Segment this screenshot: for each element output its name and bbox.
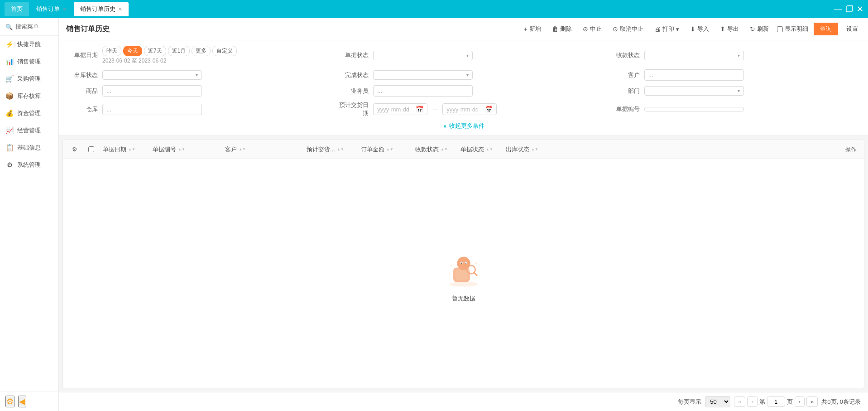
dept-arrow-icon: ▾	[738, 88, 740, 93]
table-select-all[interactable]	[83, 146, 99, 152]
tab-sales-order-history-close[interactable]: ✕	[118, 6, 122, 12]
complete-status-select[interactable]: ▾	[373, 70, 473, 80]
order-status-select[interactable]: ▾	[373, 51, 473, 60]
delivery-date-end[interactable]: yyyy-mm-dd 📅	[442, 103, 497, 115]
payment-status-control: ▾	[644, 51, 861, 60]
print-icon: 🖨	[654, 25, 661, 33]
tab-sales-order-history[interactable]: 销售订单历史 ✕	[74, 2, 129, 16]
tab-sales-order[interactable]: 销售订单 ✕	[30, 2, 73, 16]
next-page-button[interactable]: ›	[795, 396, 805, 407]
date-badge-more[interactable]: 更多	[192, 46, 211, 56]
product-control: ...	[102, 85, 319, 97]
customer-label: 客户	[608, 71, 644, 79]
restore-button[interactable]: ❐	[846, 4, 853, 14]
query-label: 查询	[820, 25, 832, 33]
salesperson-dots: ...	[377, 87, 382, 94]
th-pay-status-sort-icon: ▲▼	[441, 147, 448, 151]
page-title: 销售订单历史	[66, 24, 110, 34]
th-order-status-label: 单据状态	[460, 145, 484, 154]
th-pay-status[interactable]: 收款状态 ▲▼	[412, 145, 457, 154]
date-badge-1month[interactable]: 近1月	[168, 46, 190, 56]
table-settings-button[interactable]: ⚙	[67, 146, 83, 153]
sidebar-item-sys-mgmt[interactable]: ⚙ 系统管理	[0, 156, 58, 174]
th-date-sort-icon: ▲▼	[128, 147, 135, 151]
settings-button[interactable]: 设置	[844, 24, 861, 34]
sidebar-collapse-button[interactable]: ◀	[18, 396, 26, 407]
close-button[interactable]: ✕	[857, 4, 863, 14]
th-amount-label: 订单金额	[361, 145, 384, 154]
date-badge-custom[interactable]: 自定义	[212, 46, 237, 56]
order-num-input[interactable]	[644, 107, 744, 111]
sidebar-settings-button[interactable]: ⚙	[5, 396, 14, 407]
sidebar-item-inventory[interactable]: 📦 库存核算	[0, 87, 58, 105]
page-input[interactable]	[767, 396, 785, 407]
minimize-button[interactable]: —	[834, 5, 842, 14]
complete-status-arrow-icon: ▾	[466, 73, 469, 77]
sidebar-item-quick-nav[interactable]: ⚡ 快捷导航	[0, 36, 58, 53]
sales-mgmt-icon: 📊	[5, 58, 14, 66]
th-stock-status[interactable]: 出库状态 ▲▼	[502, 145, 547, 154]
calendar-end-icon: 📅	[485, 106, 493, 113]
delete-icon: 🗑	[552, 25, 558, 33]
prev-page-button[interactable]: ‹	[747, 396, 757, 407]
date-badge-7days[interactable]: 近7天	[144, 46, 166, 56]
order-status-control: ▾	[373, 51, 590, 60]
export-label: 导出	[727, 25, 739, 33]
delivery-date-start[interactable]: yyyy-mm-dd 📅	[373, 103, 427, 115]
dept-label: 部门	[608, 87, 644, 95]
sidebar-search[interactable]: 🔍 搜索菜单	[0, 18, 58, 36]
page-header: 销售订单历史 + 新增 🗑 删除 ⊘ 中止 ⊙ 取消中止	[59, 18, 868, 40]
collapse-row[interactable]: ∧ 收起更多条件	[66, 122, 861, 130]
th-customer[interactable]: 客户 ▲▼	[221, 145, 303, 154]
display-detail-checkbox[interactable]	[777, 26, 783, 32]
sidebar-item-purchase-mgmt-label: 采购管理	[17, 75, 41, 83]
stock-status-label: 出库状态	[66, 71, 102, 79]
cancel-stop-button[interactable]: ⊙ 取消中止	[610, 24, 646, 34]
stock-status-select[interactable]: ▾	[102, 70, 202, 80]
tab-home[interactable]: 首页	[5, 2, 29, 16]
sidebar-item-business-mgmt[interactable]: 📈 经营管理	[0, 122, 58, 139]
export-icon: ⬆	[720, 25, 725, 33]
payment-status-select[interactable]: ▾	[644, 51, 744, 60]
date-badge-yesterday[interactable]: 昨天	[102, 46, 121, 56]
last-page-button[interactable]: »	[806, 396, 818, 407]
th-num[interactable]: 单据编号 ▲▼	[149, 145, 221, 154]
import-button[interactable]: ⬇ 导入	[687, 24, 712, 34]
date-col: 昨天 今天 近7天 近1月 更多 自定义 2023-06-02 至 2023-0…	[102, 46, 237, 65]
delivery-date-label: 预计交货日期	[337, 101, 373, 117]
sidebar-item-fund-mgmt[interactable]: 💰 资金管理	[0, 105, 58, 122]
dept-select[interactable]: ▾	[644, 86, 744, 96]
svg-point-6	[461, 262, 462, 264]
add-button[interactable]: + 新增	[521, 24, 544, 34]
tab-sales-order-close[interactable]: ✕	[62, 6, 67, 12]
salesperson-input[interactable]: ...	[373, 85, 473, 97]
filter-row-1: 单据日期 昨天 今天 近7天 近1月 更多 自定义 2023-06-02 至 2…	[66, 46, 861, 65]
date-badge-today[interactable]: 今天	[123, 46, 142, 56]
print-button[interactable]: 🖨 打印 ▾	[652, 24, 682, 34]
product-input[interactable]: ...	[102, 85, 202, 97]
query-button[interactable]: 查询	[814, 23, 838, 35]
calendar-start-icon: 📅	[416, 106, 423, 113]
per-page-select[interactable]: 50 10 20 100	[705, 396, 730, 407]
th-date[interactable]: 单据日期 ▲▼	[99, 145, 149, 154]
import-label: 导入	[697, 25, 709, 33]
warehouse-input[interactable]: ...	[102, 104, 202, 115]
first-page-button[interactable]: «	[734, 396, 745, 407]
customer-input[interactable]: ...	[644, 69, 744, 81]
sidebar-item-purchase-mgmt[interactable]: 🛒 采购管理	[0, 70, 58, 87]
filter-row-4: 仓库 ... 预计交货日期 yyyy-mm-dd 📅 — yyyy-mm-dd	[66, 101, 861, 117]
th-amount[interactable]: 订单金额 ▲▼	[357, 145, 412, 154]
select-all-checkbox[interactable]	[88, 146, 94, 152]
display-detail-control[interactable]: 显示明细	[777, 25, 808, 33]
th-delivery[interactable]: 预计交货... ▲▼	[303, 145, 357, 154]
payment-status-label: 收款状态	[608, 51, 644, 59]
stop-button[interactable]: ⊘ 中止	[580, 24, 604, 34]
order-num-label: 单据编号	[608, 105, 644, 113]
refresh-button[interactable]: ↻ 刷新	[747, 24, 772, 34]
sidebar-item-sales-mgmt-label: 销售管理	[17, 58, 41, 66]
delete-button[interactable]: 🗑 删除	[549, 24, 575, 34]
th-order-status[interactable]: 单据状态 ▲▼	[457, 145, 502, 154]
export-button[interactable]: ⬆ 导出	[717, 24, 742, 34]
sidebar-item-sales-mgmt[interactable]: 📊 销售管理	[0, 53, 58, 70]
sidebar-item-base-info[interactable]: 📋 基础信息	[0, 139, 58, 156]
